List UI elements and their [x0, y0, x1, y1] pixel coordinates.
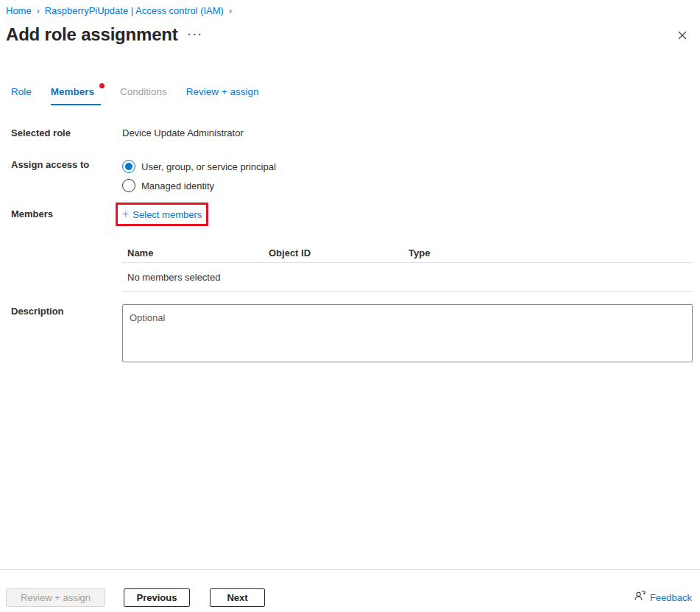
breadcrumb: Home › RaspberryPiUpdate | Access contro…	[6, 5, 237, 16]
feedback-icon	[634, 590, 646, 605]
breadcrumb-separator-icon: ›	[229, 6, 232, 16]
column-header-name: Name	[122, 247, 269, 258]
feedback-link[interactable]: Feedback	[634, 590, 692, 605]
radio-option-label: Managed identity	[141, 180, 214, 191]
selected-role-label: Selected role	[11, 127, 71, 138]
tab-members-label: Members	[51, 86, 94, 97]
more-options-icon[interactable]: ···	[188, 28, 203, 41]
members-table: Name Object ID Type No members selected	[122, 243, 693, 292]
select-members-button[interactable]: + Select members	[122, 208, 202, 220]
review-assign-button[interactable]: Review + assign	[6, 588, 105, 607]
breadcrumb-separator-icon: ›	[37, 6, 40, 16]
members-table-header: Name Object ID Type	[122, 243, 693, 263]
description-label: Description	[11, 306, 64, 317]
description-input[interactable]	[122, 304, 693, 362]
feedback-label: Feedback	[650, 592, 692, 603]
plus-icon: +	[122, 208, 129, 220]
previous-button[interactable]: Previous	[124, 588, 190, 607]
next-button[interactable]: Next	[210, 588, 265, 607]
radio-selected-icon	[122, 160, 135, 173]
radio-managed-identity[interactable]: Managed identity	[122, 176, 276, 195]
members-table-empty-row: No members selected	[122, 263, 693, 292]
tab-role[interactable]: Role	[11, 86, 32, 104]
close-icon[interactable]	[675, 28, 690, 43]
wizard-tabs: Role Members Conditions Review + assign	[11, 86, 278, 105]
radio-unselected-icon	[122, 179, 135, 192]
tab-conditions: Conditions	[120, 86, 167, 104]
notification-dot	[99, 83, 105, 88]
column-header-type: Type	[409, 247, 693, 258]
members-label: Members	[11, 208, 53, 219]
footer-bar: Review + assign Previous Next Feedback	[0, 569, 700, 612]
tab-review-assign[interactable]: Review + assign	[186, 86, 259, 104]
annotation-callout-box: + Select members	[116, 203, 208, 226]
breadcrumb-home-link[interactable]: Home	[6, 5, 32, 16]
radio-option-label: User, group, or service principal	[141, 161, 276, 172]
tab-members[interactable]: Members	[51, 86, 101, 105]
selected-role-value: Device Update Administrator	[122, 127, 244, 138]
column-header-object-id: Object ID	[269, 247, 409, 258]
radio-user-group-service-principal[interactable]: User, group, or service principal	[122, 157, 276, 176]
add-role-assignment-panel: Home › RaspberryPiUpdate | Access contro…	[0, 0, 700, 612]
assign-access-label: Assign access to	[11, 159, 89, 170]
page-title: Add role assignment	[6, 24, 178, 45]
select-members-label: Select members	[132, 209, 202, 220]
breadcrumb-resource-link[interactable]: RaspberryPiUpdate | Access control (IAM)	[45, 5, 224, 16]
assign-access-radio-group: User, group, or service principal Manage…	[122, 157, 276, 195]
